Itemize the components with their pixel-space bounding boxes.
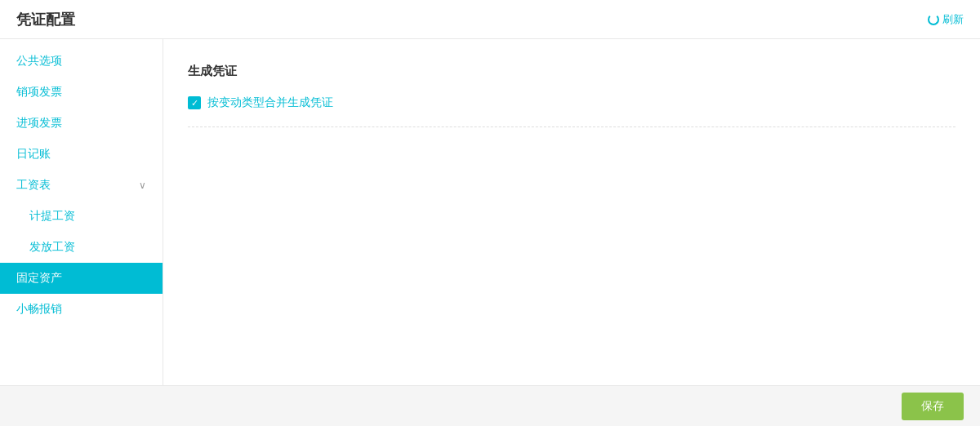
sidebar-label-sales-invoice: 销项发票 — [16, 85, 62, 100]
sidebar-item-purchase-invoice[interactable]: 进项发票 — [0, 108, 163, 139]
save-button[interactable]: 保存 — [902, 393, 964, 420]
sidebar-label-expense: 小畅报销 — [16, 302, 62, 317]
page-title: 凭证配置 — [16, 10, 75, 29]
chevron-down-icon: ∨ — [139, 180, 146, 191]
page-wrapper: 凭证配置 刷新 公共选项销项发票进项发票日记账工资表∨计提工资发放工资固定资产小… — [0, 0, 980, 426]
content-area: 生成凭证 按变动类型合并生成凭证 — [163, 39, 980, 385]
sidebar-item-payroll-table[interactable]: 工资表∨ — [0, 170, 163, 201]
refresh-label: 刷新 — [942, 12, 964, 27]
sidebar-item-sales-invoice[interactable]: 销项发票 — [0, 77, 163, 108]
main-layout: 公共选项销项发票进项发票日记账工资表∨计提工资发放工资固定资产小畅报销 生成凭证… — [0, 39, 980, 385]
sidebar-item-commission[interactable]: 计提工资 — [0, 201, 163, 232]
sidebar-label-payroll-table: 工资表 — [16, 178, 51, 193]
sidebar-label-purchase-invoice: 进项发票 — [16, 116, 62, 131]
sidebar-label-public: 公共选项 — [16, 54, 62, 69]
sidebar-item-public[interactable]: 公共选项 — [0, 46, 163, 77]
sidebar-label-payroll-issue: 发放工资 — [29, 240, 75, 255]
footer: 保存 — [0, 385, 980, 426]
merge-checkbox[interactable] — [188, 96, 201, 109]
header: 凭证配置 刷新 — [0, 0, 980, 39]
sidebar-item-payroll-issue[interactable]: 发放工资 — [0, 232, 163, 263]
sidebar-label-journal: 日记账 — [16, 147, 51, 162]
sidebar-item-journal[interactable]: 日记账 — [0, 139, 163, 170]
checkbox-row: 按变动类型合并生成凭证 — [188, 95, 956, 110]
sidebar-item-expense[interactable]: 小畅报销 — [0, 294, 163, 325]
sidebar-label-fixed-assets: 固定资产 — [16, 271, 62, 286]
section-title: 生成凭证 — [188, 64, 956, 79]
sidebar: 公共选项销项发票进项发票日记账工资表∨计提工资发放工资固定资产小畅报销 — [0, 39, 163, 385]
refresh-button[interactable]: 刷新 — [928, 12, 964, 27]
sidebar-label-commission: 计提工资 — [29, 209, 75, 224]
section-divider — [188, 126, 956, 127]
refresh-icon — [928, 14, 939, 25]
sidebar-item-fixed-assets[interactable]: 固定资产 — [0, 263, 163, 294]
checkbox-label: 按变动类型合并生成凭证 — [207, 95, 333, 110]
